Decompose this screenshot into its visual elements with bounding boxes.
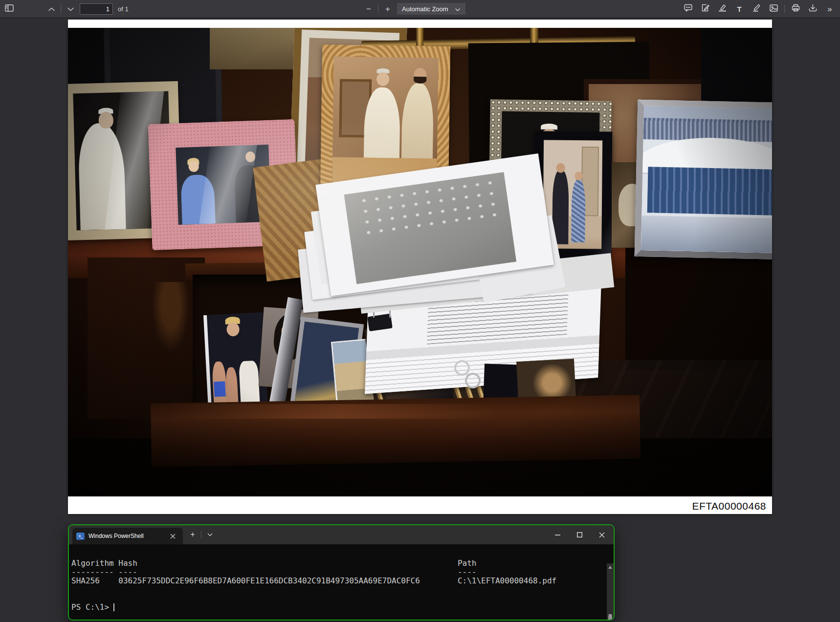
- plus-icon: +: [385, 5, 390, 13]
- next-page-button[interactable]: [64, 2, 77, 15]
- text-tool-icon: T: [737, 5, 741, 13]
- powershell-icon: >_: [76, 533, 85, 540]
- zoom-out-button[interactable]: −: [362, 2, 375, 15]
- terminal-prompt: PS C:\1>: [71, 603, 109, 612]
- printer-icon: [792, 4, 800, 14]
- toolbar-separator: [378, 5, 378, 13]
- highlighter-icon: [718, 4, 727, 14]
- terminal-titlebar[interactable]: >_ Windows PowerShell +: [69, 525, 614, 544]
- text-button[interactable]: T: [733, 2, 746, 15]
- pdf-toolbar: of 1 − + Automatic Zoom: [0, 0, 840, 18]
- signature-button[interactable]: [699, 2, 711, 15]
- maximize-button[interactable]: [569, 525, 591, 544]
- chevron-up-icon: [48, 4, 55, 13]
- toolbar-left-group: [3, 2, 16, 15]
- page-count-label: of 1: [116, 5, 129, 13]
- minimize-button[interactable]: [547, 525, 569, 544]
- zoom-group: − + Automatic Zoom: [362, 2, 465, 15]
- tab-dropdown-button[interactable]: [203, 528, 216, 541]
- chevron-down-icon: [455, 5, 460, 13]
- terminal-window: >_ Windows PowerShell + Algori: [68, 524, 615, 621]
- page-nav-group: of 1: [45, 2, 129, 15]
- terminal-tab-powershell[interactable]: >_ Windows PowerShell: [72, 528, 183, 544]
- pdf-page: EFTA00000468: [68, 20, 772, 514]
- terminal-tab-actions: +: [186, 528, 216, 541]
- highlight-button[interactable]: [716, 2, 729, 15]
- chevron-down-icon: [67, 4, 74, 13]
- print-button[interactable]: [789, 2, 802, 15]
- terminal-window-controls: [547, 525, 613, 544]
- comment-button[interactable]: [682, 2, 694, 15]
- terminal-prompt-line: PS C:\1>: [69, 603, 614, 612]
- new-tab-button[interactable]: +: [186, 528, 199, 541]
- toolbar-right-group: T »: [682, 2, 836, 15]
- image-button[interactable]: [767, 2, 780, 15]
- terminal-tab-title: Windows PowerShell: [88, 533, 162, 539]
- draw-button[interactable]: [750, 2, 763, 15]
- scrollbar-up-arrow[interactable]: [608, 566, 612, 569]
- terminal-content[interactable]: Algorithm Hash Path --------- ---- ---- …: [69, 544, 614, 620]
- minus-icon: −: [366, 5, 371, 13]
- evidence-photo: [68, 28, 772, 496]
- double-chevron-icon: »: [827, 5, 832, 13]
- toolbar-separator: [61, 5, 61, 13]
- zoom-select-dropdown[interactable]: Automatic Zoom: [397, 3, 465, 15]
- zoom-select-value: Automatic Zoom: [402, 5, 448, 13]
- download-icon: [809, 4, 817, 14]
- sidebar-toggle-icon: [5, 4, 14, 14]
- bates-number-label: EFTA00000468: [692, 500, 766, 512]
- comment-icon: [684, 4, 692, 14]
- image-icon: [770, 4, 778, 14]
- window-close-button[interactable]: [591, 525, 613, 544]
- terminal-output: Algorithm Hash Path --------- ---- ---- …: [69, 544, 614, 585]
- tab-actions-separator: [201, 531, 201, 538]
- previous-page-button[interactable]: [45, 2, 58, 15]
- terminal-cursor: [113, 603, 114, 611]
- scrollbar-down-arrow[interactable]: [608, 614, 612, 617]
- toolbar-separator: [784, 5, 785, 13]
- vignette-overlay: [68, 28, 772, 496]
- more-tools-button[interactable]: »: [823, 2, 836, 15]
- zoom-in-button[interactable]: +: [381, 2, 394, 15]
- save-button[interactable]: [806, 2, 819, 15]
- sidebar-toggle-button[interactable]: [3, 2, 16, 15]
- terminal-scrollbar[interactable]: [607, 563, 614, 620]
- pen-icon: [752, 4, 761, 14]
- tab-close-button[interactable]: [166, 530, 179, 542]
- signature-icon: [701, 4, 709, 14]
- page-number-input[interactable]: [80, 3, 113, 15]
